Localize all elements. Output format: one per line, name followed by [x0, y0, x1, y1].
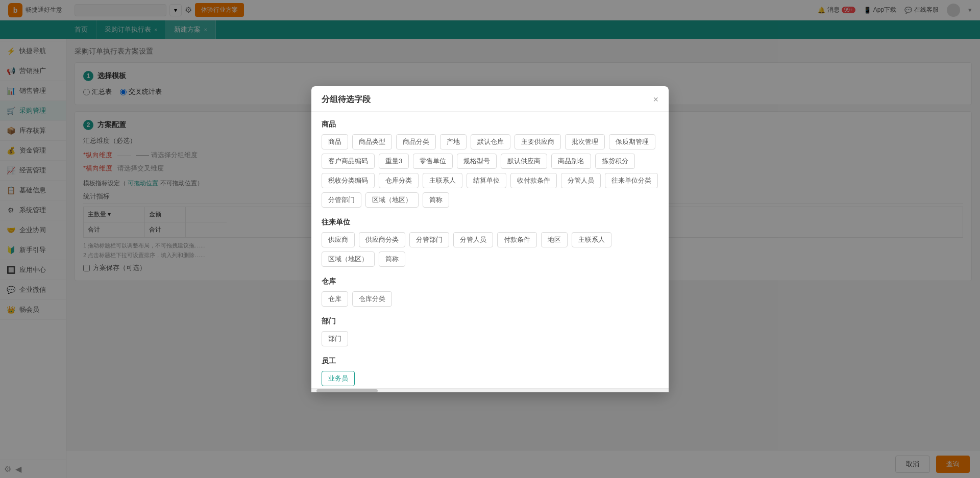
section-product: 商品 商品 商品类型 商品分类 产地 默认仓库 主要供应商 批次管理 保质期管理… [322, 120, 658, 208]
section-department: 部门 部门 [322, 317, 658, 346]
section-warehouse: 仓库 仓库 仓库分类 [322, 277, 658, 307]
field-tag[interactable]: 结算单位 [467, 173, 506, 188]
modal-horizontal-scrollbar[interactable] [311, 388, 669, 392]
field-tag[interactable]: 拣货积分 [595, 154, 635, 169]
field-tag[interactable]: 商品分类 [396, 134, 436, 149]
field-tag[interactable]: 付款条件 [497, 232, 537, 247]
section-product-tags: 商品 商品类型 商品分类 产地 默认仓库 主要供应商 批次管理 保质期管理 客户… [322, 134, 658, 208]
section-department-tags: 部门 [322, 331, 658, 346]
field-tag[interactable]: 默认仓库 [471, 134, 510, 149]
field-tag[interactable]: 默认供应商 [501, 154, 547, 169]
section-warehouse-tags: 仓库 仓库分类 [322, 291, 658, 307]
section-department-title: 部门 [322, 317, 658, 326]
field-tag[interactable]: 批次管理 [565, 134, 605, 149]
field-tag[interactable]: 业务员 [322, 371, 355, 386]
field-tag[interactable]: 分管部门 [322, 192, 361, 208]
modal-overlay: 分组待选字段 × 商品 商品 商品类型 商品分类 产地 默认仓库 主要供应商 批… [0, 0, 980, 478]
field-tag[interactable]: 地区 [541, 232, 568, 247]
field-tag[interactable]: 零售单位 [413, 154, 453, 169]
field-tag[interactable]: 主要供应商 [514, 134, 561, 149]
field-tag[interactable]: 主联系人 [572, 232, 611, 247]
field-tag[interactable]: 保质期管理 [609, 134, 655, 149]
field-tag[interactable]: 商品 [322, 134, 348, 149]
field-tag[interactable]: 主联系人 [423, 173, 462, 188]
field-tag[interactable]: 往来单位分类 [605, 173, 658, 188]
field-tag[interactable]: 仓库 [322, 291, 348, 307]
field-tag[interactable]: 收付款条件 [510, 173, 557, 188]
modal-scroll-thumb [316, 389, 378, 392]
modal-title: 分组待选字段 [322, 94, 371, 105]
section-employee-tags: 业务员 [322, 371, 658, 386]
field-tag[interactable]: 仓库分类 [352, 291, 392, 307]
field-tag[interactable]: 分管人员 [561, 173, 601, 188]
field-tag[interactable]: 供应商 [322, 232, 355, 247]
field-tag[interactable]: 部门 [322, 331, 348, 346]
section-product-title: 商品 [322, 120, 658, 129]
field-tag[interactable]: 重量3 [379, 154, 409, 169]
field-tag[interactable]: 税收分类编码 [322, 173, 375, 188]
field-tag[interactable]: 简称 [379, 251, 405, 267]
field-tag[interactable]: 产地 [440, 134, 467, 149]
section-partner: 往来单位 供应商 供应商分类 分管部门 分管人员 付款条件 地区 主联系人 区域… [322, 218, 658, 267]
field-tag[interactable]: 分管部门 [409, 232, 449, 247]
section-employee: 员工 业务员 [322, 357, 658, 386]
section-partner-title: 往来单位 [322, 218, 658, 227]
field-tag[interactable]: 供应商分类 [359, 232, 405, 247]
modal-body: 商品 商品 商品类型 商品分类 产地 默认仓库 主要供应商 批次管理 保质期管理… [311, 112, 669, 388]
field-tag[interactable]: 商品别名 [551, 154, 591, 169]
field-tag[interactable]: 简称 [423, 192, 449, 208]
field-tag[interactable]: 商品类型 [352, 134, 392, 149]
field-tag[interactable]: 区域（地区） [365, 192, 419, 208]
section-employee-title: 员工 [322, 357, 658, 366]
modal-header: 分组待选字段 × [311, 86, 669, 112]
modal-close-btn[interactable]: × [653, 95, 658, 104]
field-tag[interactable]: 仓库分类 [379, 173, 419, 188]
field-tag[interactable]: 分管人员 [453, 232, 493, 247]
section-partner-tags: 供应商 供应商分类 分管部门 分管人员 付款条件 地区 主联系人 区域（地区） … [322, 232, 658, 267]
field-tag[interactable]: 规格型号 [457, 154, 497, 169]
field-select-modal: 分组待选字段 × 商品 商品 商品类型 商品分类 产地 默认仓库 主要供应商 批… [311, 86, 669, 392]
section-warehouse-title: 仓库 [322, 277, 658, 286]
field-tag[interactable]: 客户商品编码 [322, 154, 375, 169]
field-tag[interactable]: 区域（地区） [322, 251, 375, 267]
